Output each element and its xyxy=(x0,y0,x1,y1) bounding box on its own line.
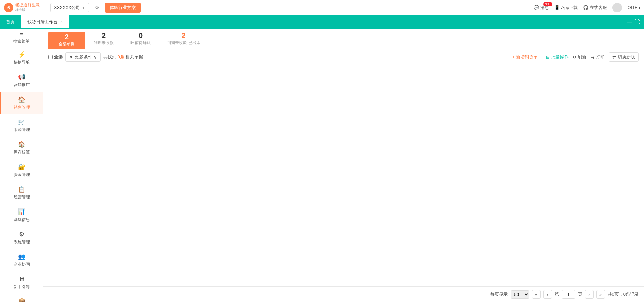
avatar[interactable] xyxy=(612,3,622,12)
sidebar-item-finance[interactable]: 🔐 资金管理 xyxy=(0,159,43,182)
prev-page-button[interactable]: ‹ xyxy=(543,290,552,299)
refresh-button[interactable]: ↻ 刷新 xyxy=(573,54,586,60)
first-page-button[interactable]: « xyxy=(532,290,541,299)
stat-tab-shipped[interactable]: 2 到期未收款 已出库 xyxy=(159,29,208,49)
message-icon: 💬 xyxy=(534,5,539,10)
company-name: XXXXXX公司 xyxy=(54,5,80,11)
message-badge: 99+ xyxy=(543,2,552,6)
stat-num-wangfu: 0 xyxy=(139,31,143,40)
online-service-button[interactable]: 🎧 在线客服 xyxy=(583,5,607,11)
user-name: OfTEn xyxy=(627,5,640,10)
sidebar-item-label: 库存核算 xyxy=(14,149,30,155)
switch-icon: ⇄ xyxy=(612,55,616,60)
select-all-label: 全选 xyxy=(54,54,63,60)
sidebar-item-operations[interactable]: 📋 经营管理 xyxy=(0,182,43,204)
sidebar-item-label: 采购管理 xyxy=(14,127,30,133)
chevron-down-icon: ∨ xyxy=(94,55,97,60)
filter-label: 更多条件 xyxy=(75,54,92,60)
sidebar-search[interactable]: ☰ 搜索菜单 xyxy=(0,29,43,47)
app-download-label: App下载 xyxy=(561,5,578,11)
pagination: 每页显示 50 100 200 « ‹ 第 页 › » 共0页，0条记录 xyxy=(43,286,644,302)
found-text: 共找到 0条 相关单据 xyxy=(103,54,143,60)
sidebar-item-app-center[interactable]: 📦 应用中心 xyxy=(0,294,43,302)
tab-active[interactable]: 钱货日清工作台 × xyxy=(21,15,69,29)
divider xyxy=(542,54,542,60)
tab-home[interactable]: 首页 xyxy=(0,15,21,29)
per-page-select[interactable]: 50 100 200 xyxy=(511,290,529,299)
table-area xyxy=(43,65,644,286)
add-btn-label: 新增销货单 xyxy=(516,54,538,60)
select-all-checkbox[interactable]: 全选 xyxy=(48,54,63,60)
sidebar-item-inventory[interactable]: 🏠 库存核算 xyxy=(0,137,43,159)
filter-button[interactable]: ▼ 更多条件 ∨ xyxy=(65,52,101,62)
app-download-button[interactable]: 📱 App下载 xyxy=(554,5,578,11)
switch-version-button[interactable]: ⇄ 切换新版 xyxy=(609,52,639,62)
stat-tab-overdue[interactable]: 2 到期未收款 xyxy=(85,29,122,49)
last-page-button[interactable]: » xyxy=(596,290,605,299)
basic-info-icon: 📊 xyxy=(18,208,25,216)
found-count: 0条 xyxy=(118,54,124,59)
sidebar-item-purchase[interactable]: 🛒 采购管理 xyxy=(0,114,43,137)
content-area: 2 全部单据 2 到期未收款 0 旺辅待确认 2 到期未收款 已出库 全选 xyxy=(43,29,644,302)
sidebar-item-cooperation[interactable]: 👥 企业协同 xyxy=(0,249,43,271)
empty-area xyxy=(43,65,644,286)
sidebar-item-label: 企业协同 xyxy=(14,262,30,267)
system-icon: ⚙ xyxy=(19,231,24,238)
settings-icon[interactable]: ⚙ xyxy=(92,3,102,12)
nav-tabs: 首页 钱货日清工作台 × — ⛶ xyxy=(0,15,644,29)
stats-tabs: 2 全部单据 2 到期未收款 0 旺辅待确认 2 到期未收款 已出库 xyxy=(43,29,644,49)
sidebar-item-label: 经营管理 xyxy=(14,194,30,200)
inventory-icon: 🏠 xyxy=(18,141,25,148)
page-total: 共0页，0条记录 xyxy=(608,291,639,297)
add-sale-button[interactable]: + 新增销货单 xyxy=(512,54,538,60)
print-icon: 🖨 xyxy=(590,55,595,60)
sidebar-item-label: 系统管理 xyxy=(14,239,30,245)
sidebar-item-label: 基础信息 xyxy=(14,217,30,223)
stat-tab-all[interactable]: 2 全部单据 xyxy=(48,32,85,49)
app-download-icon: 📱 xyxy=(554,5,560,10)
purchase-icon: 🛒 xyxy=(18,118,25,126)
expand-icon[interactable]: ⛶ xyxy=(635,19,640,25)
plus-icon: + xyxy=(512,55,515,60)
refresh-icon: ↻ xyxy=(573,55,576,60)
top-bar: 6 畅捷通好生意 标准版 XXXXXX公司 ▼ ⚙ 体验行业方案 💬 消息 99… xyxy=(0,0,644,15)
stat-label-wangfu: 旺辅待确认 xyxy=(130,40,151,46)
print-button[interactable]: 🖨 打印 xyxy=(590,54,605,60)
stat-num-overdue: 2 xyxy=(102,31,106,40)
app-center-icon: 📦 xyxy=(18,298,25,302)
switch-label: 切换新版 xyxy=(618,54,635,60)
page-label: 第 xyxy=(555,291,559,297)
tab-home-label: 首页 xyxy=(6,19,15,25)
sidebar-item-label: 营销推广 xyxy=(14,82,30,88)
sidebar-item-system[interactable]: ⚙ 系统管理 xyxy=(0,227,43,249)
logo-area: 6 畅捷通好生意 标准版 xyxy=(4,3,47,13)
filter-icon: ▼ xyxy=(69,55,73,60)
sidebar-item-label: 新手引导 xyxy=(14,284,30,290)
page-suffix: 页 xyxy=(578,291,582,297)
company-selector[interactable]: XXXXXX公司 ▼ xyxy=(50,3,89,12)
batch-label: 批量操作 xyxy=(551,54,569,60)
sidebar-item-basic-info[interactable]: 📊 基础信息 xyxy=(0,204,43,227)
sidebar: ☰ 搜索菜单 ⚡ 快捷导航 📢 营销推广 🏠 销售管理 🛒 采购管理 🏠 库存核… xyxy=(0,29,43,302)
sidebar-item-sales[interactable]: 🏠 销售管理 xyxy=(0,92,43,114)
next-page-button[interactable]: › xyxy=(585,290,594,299)
marketing-icon: 📢 xyxy=(18,73,25,81)
stat-tab-wangfu[interactable]: 0 旺辅待确认 xyxy=(122,29,159,49)
main-layout: ☰ 搜索菜单 ⚡ 快捷导航 📢 营销推广 🏠 销售管理 🛒 采购管理 🏠 库存核… xyxy=(0,29,644,302)
page-number-input[interactable] xyxy=(562,290,575,299)
toolbar-right: + 新增销货单 ⊞ 批量操作 ↻ 刷新 🖨 打印 ⇄ 切 xyxy=(512,52,639,62)
stat-num-shipped: 2 xyxy=(182,31,186,40)
sidebar-item-marketing[interactable]: 📢 营销推广 xyxy=(0,69,43,92)
sidebar-item-guide[interactable]: 🖥 新手引导 xyxy=(0,271,43,294)
trial-button[interactable]: 体验行业方案 xyxy=(105,3,141,13)
close-icon[interactable]: × xyxy=(60,20,63,24)
select-all-input[interactable] xyxy=(48,55,53,59)
message-button[interactable]: 💬 消息 99+ xyxy=(534,5,549,11)
online-service-label: 在线客服 xyxy=(590,5,607,11)
cooperation-icon: 👥 xyxy=(18,253,25,260)
batch-icon: ⊞ xyxy=(546,55,550,60)
batch-operation-button[interactable]: ⊞ 批量操作 xyxy=(546,54,569,60)
minimize-icon[interactable]: — xyxy=(627,19,632,25)
stat-label-overdue: 到期未收款 xyxy=(94,40,114,46)
sidebar-item-quick-nav[interactable]: ⚡ 快捷导航 xyxy=(0,47,43,69)
